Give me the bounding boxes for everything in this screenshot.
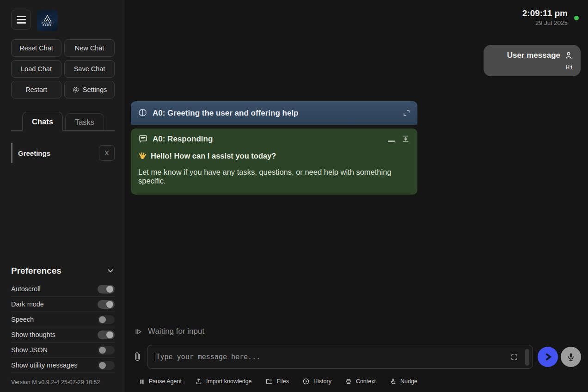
chat-message-icon xyxy=(138,134,148,144)
user-message-text: Hi xyxy=(491,64,573,71)
reset-chat-button[interactable]: Reset Chat xyxy=(11,39,61,57)
preferences-title: Preferences xyxy=(11,266,61,276)
chat-close-button[interactable]: X xyxy=(99,145,115,161)
chat-list: Greetings X xyxy=(11,143,115,163)
agent-response-detail: Let me know if you have any tasks, quest… xyxy=(138,168,410,185)
brain-icon xyxy=(137,108,148,118)
settings-button[interactable]: Settings xyxy=(64,81,115,98)
show-json-toggle[interactable] xyxy=(98,346,115,355)
fullscreen-input-icon[interactable] xyxy=(510,353,519,361)
expand-vertical-icon[interactable] xyxy=(401,135,410,143)
minimize-icon[interactable] xyxy=(388,141,395,142)
settings-label: Settings xyxy=(83,86,107,93)
logo-word-bottom: ZERO xyxy=(43,24,52,27)
text-caret xyxy=(155,352,156,362)
context-icon xyxy=(345,378,352,385)
nudge-hand-icon xyxy=(389,378,397,385)
upload-icon xyxy=(195,378,202,385)
composer: Type your message here... xyxy=(132,345,581,369)
bottom-toolbar: Pause Agent Import knowledge Files xyxy=(139,378,417,385)
expand-icon[interactable] xyxy=(402,109,411,117)
save-chat-button[interactable]: Save Chat xyxy=(64,60,115,78)
agent-zero-app: AGENT ZERO Reset Chat New Chat Load Chat… xyxy=(0,0,588,392)
agent-status-text: Waiting for input xyxy=(148,327,204,336)
sidebar-tabs: Chats Tasks xyxy=(11,111,115,131)
tab-tasks[interactable]: Tasks xyxy=(65,113,104,131)
pref-row-show-json: Show JSON xyxy=(11,343,115,358)
chevron-down-icon[interactable] xyxy=(106,267,115,275)
agent-response-message: A0: Responding xyxy=(131,129,417,195)
new-chat-button[interactable]: New Chat xyxy=(64,39,115,57)
agent-response-greeting: Hello! How can I assist you today? xyxy=(151,152,276,160)
clock-time: 2:09:11 pm xyxy=(522,8,568,18)
chat-item-name: Greetings xyxy=(18,149,99,157)
pref-row-dark-mode: Dark mode xyxy=(11,297,115,312)
sidebar: AGENT ZERO Reset Chat New Chat Load Chat… xyxy=(0,0,125,392)
microphone-icon xyxy=(566,352,576,362)
attach-file-button[interactable] xyxy=(132,350,144,364)
pref-row-autoscroll: Autoscroll xyxy=(11,282,115,297)
folder-icon xyxy=(265,378,273,385)
show-utility-toggle[interactable] xyxy=(98,361,115,370)
pref-row-show-thoughts: Show thoughts xyxy=(11,327,115,343)
user-icon xyxy=(564,51,573,60)
pause-agent-button[interactable]: Pause Agent xyxy=(139,378,182,385)
show-thoughts-toggle[interactable] xyxy=(98,331,115,339)
dark-mode-toggle[interactable] xyxy=(98,300,115,309)
hamburger-menu-button[interactable] xyxy=(11,10,31,30)
files-button[interactable]: Files xyxy=(265,378,289,385)
agent-zero-logo: AGENT ZERO xyxy=(37,10,58,31)
autoscroll-toggle[interactable] xyxy=(98,285,115,294)
clock-date: 29 Jul 2025 xyxy=(522,19,568,26)
pref-row-show-utility: Show utility messages xyxy=(11,358,115,373)
connection-status-dot xyxy=(574,16,579,20)
message-input[interactable]: Type your message here... xyxy=(147,345,533,369)
history-button[interactable]: History xyxy=(302,378,331,385)
microphone-button[interactable] xyxy=(561,347,581,367)
hamburger-icon xyxy=(17,16,26,17)
user-message-title: User message xyxy=(507,51,560,60)
waiting-icon xyxy=(134,327,143,336)
pref-row-speech: Speech xyxy=(11,312,115,327)
agent-status: Waiting for input xyxy=(134,327,204,336)
context-button[interactable]: Context xyxy=(345,378,376,385)
tab-chats[interactable]: Chats xyxy=(22,112,63,131)
agent-response-title: A0: Responding xyxy=(153,135,388,144)
speech-toggle[interactable] xyxy=(98,315,115,324)
chat-list-item-greetings[interactable]: Greetings X xyxy=(11,143,115,163)
message-placeholder: Type your message here... xyxy=(156,353,260,361)
history-icon xyxy=(302,378,310,385)
send-button[interactable] xyxy=(538,347,558,367)
chat-main-area: 2:09:11 pm 29 Jul 2025 User message Hi xyxy=(125,0,588,392)
paperclip-icon xyxy=(133,350,142,364)
waving-hand-icon xyxy=(138,152,147,160)
agent-thought-message: A0: Greeting the user and offering help xyxy=(131,101,417,125)
nudge-button[interactable]: Nudge xyxy=(389,378,417,385)
send-arrow-icon xyxy=(542,351,553,362)
user-message-bubble: User message Hi xyxy=(484,45,581,76)
import-knowledge-button[interactable]: Import knowledge xyxy=(195,378,252,385)
gear-icon xyxy=(72,86,80,93)
version-label: Version M v0.9.2-4 25-07-29 10:52 xyxy=(11,379,115,386)
agent-thought-title: A0: Greeting the user and offering help xyxy=(153,109,402,118)
restart-button[interactable]: Restart xyxy=(11,81,61,98)
input-scrollbar[interactable] xyxy=(525,349,529,366)
pause-icon xyxy=(139,378,145,385)
load-chat-button[interactable]: Load Chat xyxy=(11,60,61,78)
logo-triangle-icon xyxy=(43,15,51,22)
clock: 2:09:11 pm 29 Jul 2025 xyxy=(522,8,568,26)
